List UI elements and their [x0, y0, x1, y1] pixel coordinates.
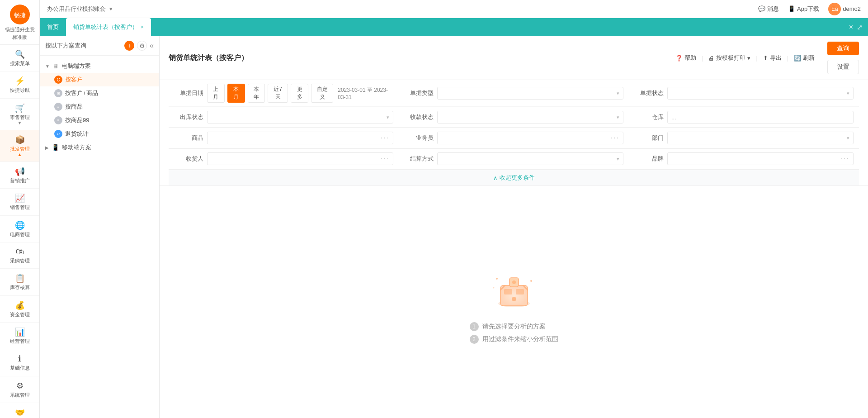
divider-3: |	[787, 55, 788, 62]
empty-tip-2: 2 用过滤条件来缩小分析范围	[470, 335, 558, 344]
filter-brand-cell: 品牌 ···	[629, 149, 859, 169]
date-btn-more[interactable]: 更多	[291, 84, 308, 103]
tab-close-btn[interactable]: ×	[141, 24, 144, 30]
dept-select[interactable]: ▾	[667, 132, 854, 144]
scheme-customer-goods[interactable]: ⊞ 按客户+商品	[40, 86, 159, 100]
doc-type-select[interactable]: ▾	[437, 87, 623, 100]
tab-maximize-btn[interactable]: ⤢	[857, 23, 863, 32]
scheme-by-goods-99[interactable]: ≡ 按商品99	[40, 114, 159, 127]
payment-method-select[interactable]: ▾	[437, 152, 623, 165]
collapse-icon: «	[150, 42, 154, 49]
sidebar-item-basic[interactable]: ℹ 基础信息	[0, 349, 39, 376]
filter-date-cell: 单据日期 上月 本月 本年 近7天 更多 自定义 2023-03-01 至 20…	[169, 80, 399, 107]
query-button[interactable]: 查询	[827, 42, 859, 55]
sidebar-item-purchase[interactable]: 🛍 采购管理	[0, 242, 39, 269]
receiver-select[interactable]: ···	[207, 152, 393, 165]
settings-icon: ⚙	[139, 42, 145, 49]
filter-doc-type-cell: 单据类型 ▾	[399, 80, 629, 107]
sidebar-item-system[interactable]: ⚙ 系统管理	[0, 376, 39, 403]
sidebar-item-system-label: 系统管理	[10, 392, 30, 398]
out-status-select[interactable]: ▾	[207, 111, 393, 124]
desktop-group-arrow: ▼	[45, 64, 50, 69]
sidebar-item-marketing[interactable]: 📢 营销推广	[0, 162, 39, 189]
sidebar-item-stock[interactable]: 📋 库存核算	[0, 269, 39, 295]
doc-status-select[interactable]: ▾	[667, 87, 854, 100]
sidebar-item-finance-label: 资金管理	[10, 311, 30, 318]
scheme-by-goods[interactable]: ≡ 按商品	[40, 100, 159, 114]
scheme-settings-btn[interactable]: ⚙	[137, 41, 147, 51]
payment-status-select[interactable]: ▾	[437, 111, 623, 124]
scheme-tree: ▼ 🖥 电脑端方案 C 按客户 ⊞ 按客户+商品 ≡ 按商品	[40, 56, 159, 418]
date-btn-this-year[interactable]: 本年	[248, 84, 265, 103]
date-btn-this-month[interactable]: 本月	[227, 84, 245, 103]
sidebar-item-search[interactable]: 🔍 搜索菜单	[0, 45, 39, 71]
sidebar-item-sales-label: 销售管理	[10, 204, 30, 210]
system-icon: ⚙	[16, 381, 24, 391]
empty-illustration	[487, 261, 541, 315]
sales-icon: 📈	[15, 193, 25, 203]
scheme-add-btn[interactable]: +	[124, 41, 134, 51]
empty-state: 1 请先选择要分析的方案 2 用过滤条件来缩小分析范围	[160, 186, 868, 418]
collapse-bar[interactable]: ∧ 收起更多条件	[169, 170, 859, 185]
help-btn[interactable]: ❓ 帮助	[675, 54, 696, 62]
header-dropdown-arrow[interactable]: ▾	[109, 5, 113, 12]
out-status-label: 出库状态	[174, 113, 203, 121]
date-btn-7days[interactable]: 近7天	[268, 84, 288, 103]
warehouse-select[interactable]: ...	[667, 111, 854, 124]
doc-type-label: 单据类型	[404, 89, 434, 97]
staff-label: 业务员	[404, 134, 434, 142]
goods-select[interactable]: ···	[207, 132, 393, 144]
collapse-label: 收起更多条件	[500, 174, 535, 182]
tab-bar: 首页 销货单统计表（按客户） × × ⤢	[40, 18, 868, 36]
tab-active[interactable]: 销货单统计表（按客户） ×	[66, 18, 151, 36]
date-btn-custom[interactable]: 自定义	[311, 84, 333, 103]
filter-receiver-cell: 收货人 ···	[169, 149, 399, 169]
doc-type-arrow: ▾	[617, 90, 619, 96]
warehouse-label: 仓库	[634, 113, 664, 121]
sidebar-item-quick-nav[interactable]: ⚡ 快捷导航	[0, 71, 39, 98]
tab-home-label: 首页	[47, 23, 59, 31]
empty-tips: 1 请先选择要分析的方案 2 用过滤条件来缩小分析范围	[470, 322, 558, 344]
sidebar-item-operation-label: 经营管理	[10, 338, 30, 344]
staff-select[interactable]: ···	[437, 132, 623, 144]
tab-minimize-btn[interactable]: ×	[849, 23, 853, 31]
export-btn[interactable]: ⬆ 导出	[763, 54, 782, 62]
sidebar-item-operation[interactable]: 📊 经营管理	[0, 323, 39, 349]
svg-point-13	[493, 287, 494, 288]
template-print-btn[interactable]: 🖨 按模板打印 ▾	[708, 54, 750, 62]
sidebar-menu: 🔍 搜索菜单 ⚡ 快捷导航 🛒 零售管理 ▼ 📦 批发管理 ▲ 📢 营销推广 📈…	[0, 45, 39, 418]
scheme-return-stats[interactable]: ↩ 退货统计	[40, 127, 159, 141]
svg-point-8	[512, 280, 516, 284]
scheme-by-customer[interactable]: C 按客户	[40, 73, 159, 86]
tip-2-text: 用过滤条件来缩小分析范围	[482, 335, 558, 343]
export-label: 导出	[770, 54, 782, 62]
scheme-mobile-group[interactable]: ▶ 📱 移动端方案	[40, 141, 159, 154]
filter-dept-cell: 部门 ▾	[629, 128, 859, 148]
refresh-btn[interactable]: 🔄 刷新	[794, 54, 815, 62]
sidebar-item-retail[interactable]: 🛒 零售管理 ▼	[0, 99, 39, 130]
brand-select[interactable]: ···	[667, 152, 854, 165]
add-icon: +	[127, 42, 131, 49]
dept-label: 部门	[634, 134, 664, 142]
sidebar-item-sales[interactable]: 📈 销售管理	[0, 189, 39, 215]
settings-button[interactable]: 设置	[827, 60, 859, 74]
date-btn-last-month[interactable]: 上月	[207, 84, 225, 103]
user-area[interactable]: Ea demo2	[828, 3, 861, 15]
sidebar-item-finance[interactable]: 💰 资金管理	[0, 296, 39, 323]
svg-point-12	[530, 280, 532, 282]
sidebar-item-enterprise[interactable]: 🤝 企业协同	[0, 403, 39, 418]
operation-icon: 📊	[15, 327, 25, 337]
header-left: 办公用品行业模拟账套 ▾	[47, 5, 113, 13]
wholesale-arrow: ▲	[18, 152, 22, 157]
sidebar-item-ecommerce[interactable]: 🌐 电商管理	[0, 216, 39, 242]
message-btn[interactable]: 💬 消息	[758, 5, 779, 13]
app-download-btn[interactable]: 📱 App下载	[788, 5, 819, 13]
scheme-collapse-btn[interactable]: «	[150, 42, 154, 50]
divider-2: |	[756, 55, 757, 62]
divider-1: |	[702, 55, 703, 62]
sidebar-item-wholesale[interactable]: 📦 批发管理 ▲	[0, 130, 39, 162]
warehouse-placeholder: ...	[671, 114, 676, 121]
main-wrapper: 办公用品行业模拟账套 ▾ 💬 消息 📱 App下载 Ea demo2 首页	[40, 0, 868, 418]
tab-home[interactable]: 首页	[40, 18, 66, 36]
scheme-desktop-group-header[interactable]: ▼ 🖥 电脑端方案	[40, 59, 159, 73]
